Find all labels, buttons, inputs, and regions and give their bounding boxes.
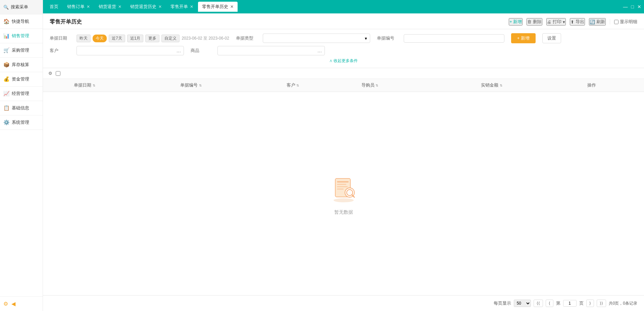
svg-rect-2	[337, 181, 349, 183]
filter-row-1: 单据日期 昨天 今天 近7天 近1月 更多 自定义 2023-06-02 至 2…	[50, 33, 637, 43]
sidebar-item-operations[interactable]: 📈 经营管理	[0, 87, 43, 101]
empty-state: 暂无数据	[43, 92, 644, 295]
settings-bottom-icon[interactable]: ⚙	[3, 301, 8, 307]
sidebar-item-purchase-mgmt[interactable]: 🛒 采购管理	[0, 43, 43, 58]
th-guide-label: 导购员	[361, 83, 375, 88]
number-filter-input-wrapper	[404, 34, 504, 43]
th-actions: 操作	[583, 79, 644, 92]
window-minimize-icon[interactable]: —	[623, 4, 628, 9]
sidebar-item-label: 库存核算	[12, 62, 29, 68]
th-spacer	[448, 79, 477, 92]
data-table: 单据日期 ⇅ 单据编号 ⇅ 客户 ⇅ 导购员	[43, 79, 644, 92]
display-toggle[interactable]: 显示明细	[614, 19, 637, 25]
sidebar-item-label: 基础信息	[12, 105, 29, 111]
print-button[interactable]: 🖨 打印 ▾	[546, 18, 566, 25]
tab-retail-open-history[interactable]: 零售开单历史 ✕	[198, 2, 238, 12]
tab-home-label: 首页	[50, 4, 58, 10]
next-page-btn[interactable]: ⟩	[586, 300, 594, 307]
date-btn-more[interactable]: 更多	[145, 35, 159, 42]
table-header: 单据日期 ⇅ 单据编号 ⇅ 客户 ⇅ 导购员	[43, 79, 644, 92]
sidebar-item-finance[interactable]: 💰 资金管理	[0, 72, 43, 87]
tab-close-icon[interactable]: ✕	[87, 4, 90, 9]
basic-info-icon: 📋	[3, 105, 10, 111]
query-button[interactable]: + 新增	[511, 33, 536, 43]
tab-retail-open-label: 零售开单	[170, 4, 188, 10]
tab-home[interactable]: 首页	[46, 2, 62, 12]
sidebar-search[interactable]: 🔍 搜索采单	[0, 0, 43, 14]
page-input[interactable]	[563, 300, 577, 307]
sidebar-item-quick-nav[interactable]: 🏠 快捷导航	[0, 14, 43, 29]
customer-dots-icon[interactable]: ...	[177, 48, 181, 54]
table-toolbar: ⚙	[43, 68, 644, 79]
delete-button[interactable]: 🗑 删除	[527, 18, 542, 25]
prev-page-btn[interactable]: ⟨	[546, 300, 553, 307]
tab-sales-return-history-label: 销货退货历史	[130, 4, 156, 10]
th-date[interactable]: 单据日期 ⇅	[70, 79, 176, 92]
export-button[interactable]: ⬆ 导出	[570, 18, 585, 25]
customer-filter-input[interactable]	[80, 48, 177, 53]
window-maximize-icon[interactable]: □	[631, 4, 634, 9]
table-settings-icon[interactable]: ⚙	[48, 71, 52, 76]
number-filter-label: 单据编号	[377, 35, 397, 41]
collapse-more-conditions[interactable]: ∧ 收起更多条件	[50, 58, 637, 64]
tabs-bar: 首页 销售订单 ✕ 销货退货 ✕ 销货退货历史 ✕ 零售开单 ✕ 零售开单历史 …	[43, 0, 644, 13]
type-filter-label: 单据类型	[236, 35, 256, 41]
date-btn-yesterday[interactable]: 昨天	[77, 35, 91, 42]
system-icon: ⚙️	[3, 119, 10, 125]
total-info: 共0页，0条记录	[609, 301, 637, 306]
th-amount[interactable]: 实销金额 ⇅	[477, 79, 583, 92]
page-label: 第	[556, 300, 560, 306]
sidebar-item-sales-mgmt[interactable]: 📊 销售管理	[0, 29, 43, 43]
per-page-select[interactable]: 50 10 20 100	[514, 300, 531, 307]
last-page-btn[interactable]: ⟩⟩	[597, 300, 606, 307]
th-number[interactable]: 单据编号 ⇅	[176, 79, 283, 92]
content-area: 零售开单历史 + 新增 🗑 删除 🖨 打印 ▾ ⬆ 导出 🔄 刷新	[43, 13, 644, 311]
empty-text: 暂无数据	[334, 209, 353, 215]
th-customer[interactable]: 客户 ⇅	[283, 79, 357, 92]
purchase-icon: 🛒	[3, 47, 10, 53]
goods-filter-input[interactable]	[220, 48, 317, 53]
th-date-label: 单据日期	[74, 83, 91, 88]
inventory-icon: 📦	[3, 62, 10, 68]
search-icon: 🔍	[3, 5, 9, 10]
add-button[interactable]: + 新增	[509, 18, 523, 25]
date-range-display: 2023-06-02 至 2023-06-02	[182, 36, 229, 41]
tab-close-icon[interactable]: ✕	[118, 4, 121, 9]
sidebar-item-inventory[interactable]: 📦 库存核算	[0, 58, 43, 72]
page-header: 零售开单历史 + 新增 🗑 删除 🖨 打印 ▾ ⬆ 导出 🔄 刷新	[43, 13, 644, 29]
window-close-icon[interactable]: ✕	[637, 4, 641, 9]
sidebar-bottom: ⚙ ◀	[0, 296, 43, 311]
sidebar-item-basic-info[interactable]: 📋 基础信息	[0, 101, 43, 115]
first-page-btn[interactable]: ⟨⟨	[534, 300, 543, 307]
sidebar-search-label: 搜索采单	[11, 4, 28, 10]
display-checkbox[interactable]	[614, 20, 618, 24]
customer-filter-label: 客户	[50, 48, 70, 54]
date-btn-today[interactable]: 今天	[93, 35, 107, 42]
goods-dots-icon[interactable]: ...	[317, 48, 322, 54]
empty-state-icon	[327, 172, 360, 205]
tab-close-icon[interactable]: ✕	[230, 4, 234, 9]
number-filter-input[interactable]	[407, 36, 501, 41]
select-all-checkbox[interactable]	[56, 71, 60, 76]
sidebar-item-label: 经营管理	[12, 91, 29, 97]
date-btn-custom[interactable]: 自定义	[161, 35, 180, 42]
collapse-sidebar-icon[interactable]: ◀	[11, 301, 15, 307]
tab-retail-open[interactable]: 零售开单 ✕	[166, 2, 197, 12]
tab-close-icon[interactable]: ✕	[158, 4, 162, 9]
th-settings	[43, 79, 56, 92]
sidebar-item-system[interactable]: ⚙️ 系统管理	[0, 115, 43, 130]
date-btn-1month[interactable]: 近1月	[127, 35, 144, 42]
tab-close-icon[interactable]: ✕	[190, 4, 193, 9]
th-amount-label: 实销金额	[481, 83, 498, 88]
type-filter-select[interactable]: ▾	[263, 34, 370, 43]
pagination: 每页显示 50 10 20 100 ⟨⟨ ⟨ 第 页 ⟩ ⟩⟩ 共0页，0条记录	[43, 295, 644, 311]
tab-sales-return-history[interactable]: 销货退货历史 ✕	[126, 2, 166, 12]
tab-sales-return[interactable]: 销货退货 ✕	[95, 2, 126, 12]
filter-section: 单据日期 昨天 今天 近7天 近1月 更多 自定义 2023-06-02 至 2…	[43, 29, 644, 68]
date-btn-7days[interactable]: 近7天	[109, 35, 125, 42]
export-icon: ⬆	[571, 19, 574, 24]
refresh-button[interactable]: 🔄 刷新	[589, 18, 606, 25]
tab-sales-order[interactable]: 销售订单 ✕	[63, 2, 94, 12]
setting-button[interactable]: 设置	[542, 33, 561, 43]
th-guide[interactable]: 导购员 ⇅	[357, 79, 448, 92]
